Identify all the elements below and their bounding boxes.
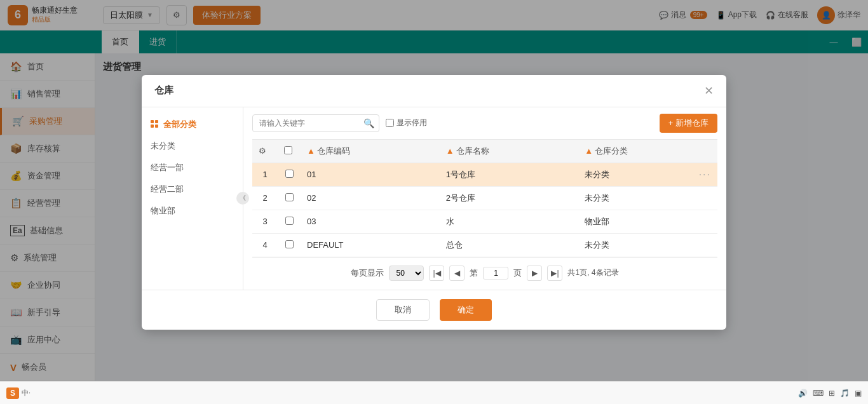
warehouse-category: 未分类 — [578, 233, 717, 257]
close-button[interactable]: ✕ — [704, 84, 714, 98]
row-checkbox-cell — [278, 233, 301, 257]
svg-rect-1 — [155, 120, 158, 123]
page-label: 第 — [470, 267, 478, 279]
dialog-footer: 取消 确定 — [142, 290, 726, 330]
warehouse-dialog: 仓库 ✕ 全部分类 未分类 — [142, 75, 726, 330]
last-page-button[interactable]: ▶| — [547, 266, 562, 281]
prev-page-button[interactable]: ◀ — [449, 266, 465, 281]
category-item-unclassified[interactable]: 未分类 — [142, 135, 243, 157]
row-checkbox[interactable] — [285, 193, 294, 201]
row-checkbox-cell — [278, 186, 301, 210]
show-disabled-checkbox[interactable] — [386, 119, 394, 127]
category-item-property[interactable]: 物业部 — [142, 200, 243, 222]
row-number: 4 — [252, 233, 278, 257]
taskbar-logo: S — [6, 387, 19, 399]
th-checkbox — [278, 139, 301, 163]
cancel-button[interactable]: 取消 — [376, 299, 430, 321]
svg-rect-3 — [155, 125, 158, 128]
table-toolbar: 🔍 显示停用 + 新增仓库 — [252, 114, 717, 133]
next-page-button[interactable]: ▶ — [527, 266, 542, 281]
total-info: 共1页, 4条记录 — [567, 267, 618, 278]
table-row[interactable]: 1 01 1号仓库 未分类 ··· — [252, 163, 717, 186]
taskbar-window-icon[interactable]: ▣ — [855, 389, 862, 398]
page-unit: 页 — [513, 267, 522, 279]
th-settings: ⚙ — [252, 139, 278, 163]
table-row[interactable]: 3 03 水 物业部 — [252, 210, 717, 233]
warehouse-code: 02 — [301, 186, 440, 210]
bottom-taskbar: S 中· 🔊 ⌨ ⊞ 🎵 ▣ — [0, 381, 868, 404]
warehouse-category: 物业部 — [578, 210, 717, 233]
row-number: 1 — [252, 163, 278, 186]
first-page-button[interactable]: |◀ — [429, 266, 444, 281]
collapse-panel-button[interactable]: 《 — [236, 192, 249, 205]
table-body: 1 01 1号仓库 未分类 ··· — [252, 163, 717, 257]
th-name: ▲仓库名称 — [440, 139, 579, 163]
select-all-checkbox[interactable] — [284, 146, 292, 154]
warehouse-code: 03 — [301, 210, 440, 233]
warehouse-name: 2号仓库 — [440, 186, 579, 210]
svg-rect-2 — [151, 125, 154, 128]
row-checkbox[interactable] — [285, 217, 294, 225]
th-category: ▲仓库分类 — [578, 139, 717, 163]
warehouse-code: 01 — [301, 163, 440, 186]
pagination-bar: 每页显示 50 100 |◀ ◀ 第 页 ▶ ▶| 共1页, 4条记录 — [252, 257, 717, 283]
category-all-item[interactable]: 全部分类 — [142, 114, 243, 135]
dialog-overlay: 仓库 ✕ 全部分类 未分类 — [0, 0, 868, 404]
taskbar-sound-icon[interactable]: 🔊 — [798, 389, 808, 398]
warehouse-name: 水 — [440, 210, 579, 233]
category-panel: 全部分类 未分类 经营一部 经营二部 物业部 《 — [142, 107, 243, 290]
warehouse-name: 总仓 — [440, 233, 579, 257]
category-item-dept1[interactable]: 经营一部 — [142, 157, 243, 178]
taskbar-keyboard-icon[interactable]: ⌨ — [813, 389, 824, 398]
category-item-dept2[interactable]: 经营二部 — [142, 178, 243, 200]
row-checkbox[interactable] — [285, 240, 294, 248]
warehouse-code: DEFAULT — [301, 233, 440, 257]
warehouse-category: 未分类 ··· — [578, 163, 717, 186]
confirm-button[interactable]: 确定 — [440, 299, 492, 321]
dialog-title: 仓库 — [154, 84, 173, 97]
row-number: 2 — [252, 186, 278, 210]
show-disabled-wrap: 显示停用 — [386, 118, 427, 128]
search-input[interactable] — [252, 114, 379, 132]
search-wrap: 🔍 — [252, 114, 379, 132]
dialog-body: 全部分类 未分类 经营一部 经营二部 物业部 《 🔍 — [142, 107, 726, 290]
per-page-select[interactable]: 50 100 — [389, 266, 424, 281]
row-checkbox[interactable] — [285, 170, 294, 178]
dialog-header: 仓库 ✕ — [142, 75, 726, 107]
warehouse-name: 1号仓库 — [440, 163, 579, 186]
show-disabled-label: 显示停用 — [397, 118, 427, 128]
warehouse-table: ⚙ ▲仓库编码 ▲仓库名称 ▲仓库分类 1 — [252, 139, 717, 257]
table-panel: 🔍 显示停用 + 新增仓库 ⚙ — [243, 107, 726, 290]
search-icon: 🔍 — [363, 118, 374, 128]
taskbar-grid-icon[interactable]: ⊞ — [829, 389, 835, 398]
row-checkbox-cell — [278, 163, 301, 186]
svg-rect-0 — [151, 120, 154, 123]
warehouse-category: 未分类 — [578, 186, 717, 210]
add-warehouse-button[interactable]: + 新增仓库 — [660, 114, 717, 133]
row-number: 3 — [252, 210, 278, 233]
taskbar-music-icon[interactable]: 🎵 — [840, 389, 850, 398]
table-row[interactable]: 2 02 2号仓库 未分类 — [252, 186, 717, 210]
row-actions-button[interactable]: ··· — [699, 169, 711, 180]
per-page-label: 每页显示 — [351, 267, 384, 279]
grid-icon — [151, 120, 159, 129]
table-wrapper: ⚙ ▲仓库编码 ▲仓库名称 ▲仓库分类 1 — [252, 139, 717, 257]
row-checkbox-cell — [278, 210, 301, 233]
all-categories-label: 全部分类 — [163, 119, 196, 130]
th-code: ▲仓库编码 — [301, 139, 440, 163]
table-header: ⚙ ▲仓库编码 ▲仓库名称 ▲仓库分类 — [252, 139, 717, 163]
page-number-input[interactable] — [483, 267, 508, 279]
taskbar-ime-label: 中· — [22, 388, 31, 398]
table-row[interactable]: 4 DEFAULT 总仓 未分类 — [252, 233, 717, 257]
